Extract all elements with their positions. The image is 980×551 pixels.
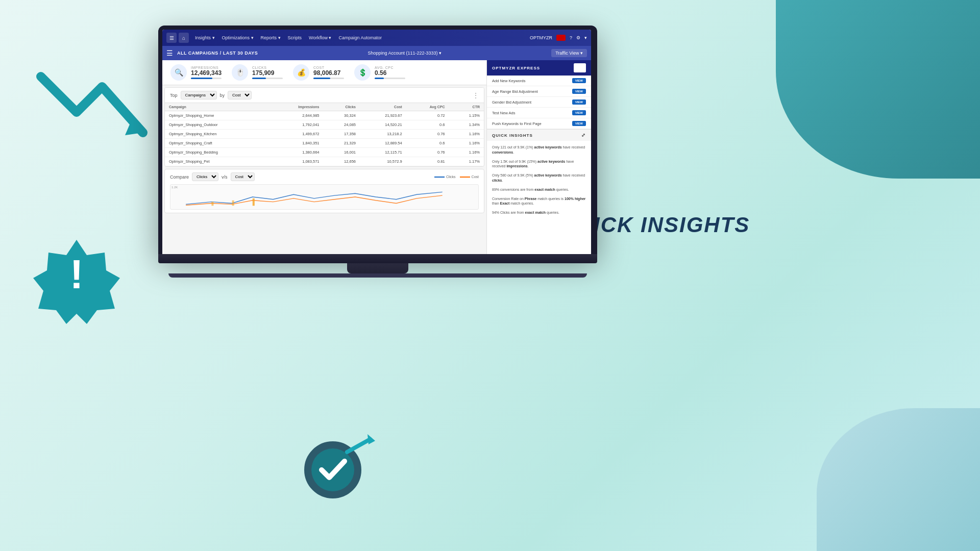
row-avg-cpc: 0.72 [406,111,449,120]
compare-header: Compare Clicks v/s Cost C [170,172,479,181]
insights-content: Only 121 out of 9.9K (1%) active keyword… [487,141,591,223]
app-content: 🔍 IMPRESSIONS 12,469,343 🖱️ CLICKS [162,60,591,254]
row-campaign: Optmyzr_Shopping_Pet [165,157,270,166]
row-impressions: 1,499,672 [270,130,323,139]
nav-home-icon[interactable]: ⌂ [179,33,189,43]
compare-metric1[interactable]: Clicks [192,172,218,181]
top-label: Top [170,93,178,98]
express-item-3: Test New Ads VIEW [487,108,591,118]
compare-label: Compare [170,174,189,180]
express-view-btn-3[interactable]: VIEW [572,110,586,115]
express-header: OPTMYZR EXPRESS 🖥 [487,60,591,76]
breadcrumb: ALL CAMPAIGNS / LAST 30 DAYS [177,51,258,56]
compare-vs: v/s [222,174,228,180]
app-nav: ☰ ⌂ Insights ▾ Optimizations ▾ Reports ▾… [162,30,591,46]
insight-5: 94% Clicks are from exact match queries. [492,210,586,215]
campaigns-filter[interactable]: Campaigns [181,91,217,99]
nav-insights[interactable]: Insights ▾ [192,33,218,42]
express-label-0: Add New Keywords [492,79,525,83]
express-view-btn-4[interactable]: VIEW [572,121,586,126]
row-impressions: 1,083,571 [270,157,323,166]
legend-cost-label: Cost [472,175,479,179]
avg-cpc-value: 0.56 [375,69,405,77]
bg-shape-top-right [776,0,980,179]
stat-cost: 💰 COST 98,006.87 [293,64,344,81]
compare-metric2[interactable]: Cost [231,172,255,181]
nav-settings[interactable]: ⚙ [576,35,580,40]
row-impressions: 1,380,664 [270,148,323,157]
table-header-controls: Top Campaigns by Cost ⋮ [165,88,484,103]
svg-rect-6 [211,202,213,206]
express-item-0: Add New Keywords VIEW [487,76,591,86]
laptop-stand [347,263,408,273]
nav-reports[interactable]: Reports ▾ [258,33,284,42]
row-cost: 12,889.54 [360,139,406,148]
table-row: Optmyzr_Shopping_Outdoor 1,792,041 24,08… [165,120,484,130]
laptop-base [158,254,597,263]
stat-avg-cpc: 💲 AVG. CPC 0.56 [354,64,405,81]
stat-impressions: 🔍 IMPRESSIONS 12,469,343 [170,64,222,81]
table-row: Optmyzr_Shopping_Kitchen 1,499,672 17,35… [165,130,484,139]
row-clicks: 17,358 [324,130,360,139]
insights-icon[interactable]: ⤢ [581,133,586,138]
nav-help[interactable]: ? [570,35,572,40]
nav-scripts[interactable]: Scripts [285,33,305,42]
avg-cpc-icon: 💲 [354,64,371,81]
nav-workflow[interactable]: Workflow ▾ [306,33,334,42]
laptop-foot [168,273,587,278]
svg-rect-8 [253,198,255,206]
row-campaign: Optmyzr_Shopping_Craft [165,139,270,148]
impressions-icon: 🔍 [170,64,187,81]
row-impressions: 1,792,041 [270,120,323,130]
cost-filter[interactable]: Cost [228,91,252,99]
impressions-label: IMPRESSIONS [191,66,222,69]
nav-optimizations[interactable]: Optimizations ▾ [219,33,257,42]
table-row: Optmyzr_Shopping_Craft 1,840,351 21,329 … [165,139,484,148]
table-more-menu[interactable]: ⋮ [473,92,479,99]
row-cost: 12,115.71 [360,148,406,157]
row-avg-cpc: 0.76 [406,130,449,139]
table-row: Optmyzr_Shopping_Pet 1,083,571 12,656 10… [165,157,484,166]
svg-point-3 [311,448,354,491]
toolbar-view[interactable]: Traffic View ▾ [551,49,587,57]
nav-expand[interactable]: ▾ [584,35,587,40]
app-screen: ☰ ⌂ Insights ▾ Optimizations ▾ Reports ▾… [162,30,591,254]
nav-campaign-automator[interactable]: Campaign Automator [335,33,385,42]
col-impressions: Impressions [270,103,323,111]
row-cost: 21,923.67 [360,111,406,120]
express-view-btn-0[interactable]: VIEW [572,78,586,83]
svg-rect-7 [232,201,234,206]
express-label-3: Test New Ads [492,111,515,115]
deco-arrow-icon [36,61,148,145]
campaigns-table-section: Top Campaigns by Cost ⋮ [164,87,484,167]
nav-menu-icon[interactable]: ☰ [166,33,177,43]
laptop-screen: ☰ ⌂ Insights ▾ Optimizations ▾ Reports ▾… [158,26,597,254]
insight-3: 89% conversions are from exact match que… [492,187,586,192]
row-clicks: 12,656 [324,157,360,166]
svg-marker-5 [368,434,375,444]
legend-cost-dot [460,177,470,178]
toolbar-menu[interactable]: ☰ [166,49,173,57]
row-impressions: 1,840,351 [270,139,323,148]
compare-chart: 1.2K [170,184,479,210]
row-campaign: Optmyzr_Shopping_Outdoor [165,120,270,130]
nav-home-icons: ☰ ⌂ [166,33,189,43]
insights-header: QUICK INSIGHTS ⤢ [487,129,591,141]
row-avg-cpc: 0.81 [406,157,449,166]
bg-shape-bottom-right [817,408,980,551]
cost-label: COST [313,66,344,69]
toolbar-account[interactable]: Shopping Account (111-222-3333) ▾ [368,51,442,56]
express-item-4: Push Keywords to First Page VIEW [487,118,591,129]
col-cost: Cost [360,103,406,111]
row-ctr: 1.34% [449,120,484,130]
stat-clicks: 🖱️ CLICKS 175,909 [232,64,283,81]
express-view-btn-2[interactable]: VIEW [572,99,586,105]
right-panel: OPTMYZR EXPRESS 🖥 Add New Keywords VIEW … [486,60,591,254]
clicks-value: 175,909 [252,69,283,77]
express-item-2: Gender Bid Adjustment VIEW [487,97,591,108]
campaigns-table: Campaign Impressions Clicks Cost Avg CPC… [165,103,484,166]
express-label-4: Push Keywords to First Page [492,121,542,126]
express-view-btn-1[interactable]: VIEW [572,89,586,94]
row-ctr: 1.16% [449,148,484,157]
compare-section: Compare Clicks v/s Cost C [164,169,484,213]
